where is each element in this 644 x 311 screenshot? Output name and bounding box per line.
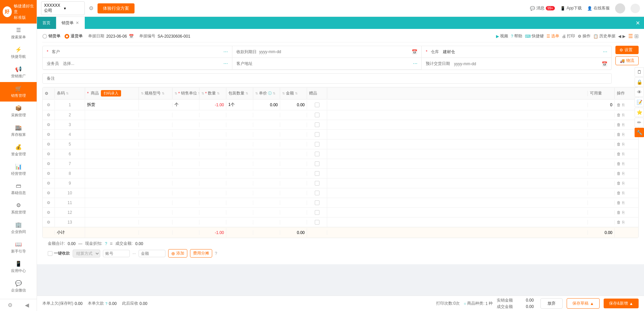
gift-checkbox-2[interactable] — [315, 122, 319, 127]
price-info-icon[interactable]: ⓘ — [268, 91, 272, 96]
row-delete-icon-0[interactable]: 🗑 — [617, 103, 621, 107]
row-delete-icon-7[interactable]: 🗑 — [617, 171, 621, 176]
save-new-button[interactable]: 保存&新增 ▲ — [604, 299, 639, 308]
row-delete-icon-1[interactable]: 🗑 — [617, 113, 621, 117]
tab-sales-order[interactable]: 销货单 ✕ — [56, 17, 85, 29]
row-note-9[interactable] — [327, 191, 588, 195]
gift-checkbox-8[interactable] — [315, 181, 319, 186]
rt-eye-icon[interactable]: 👁 — [635, 87, 644, 97]
debt-info-icon[interactable]: ? — [105, 302, 107, 306]
row-delete-icon-9[interactable]: 🗑 — [617, 191, 621, 195]
row-goods-9[interactable] — [85, 191, 139, 195]
row-price-2[interactable] — [253, 122, 280, 127]
notes-input[interactable] — [58, 76, 607, 81]
row-copy-icon-11[interactable]: ⎘ — [622, 210, 624, 215]
row-pkg-6[interactable] — [226, 161, 253, 166]
row-copy-icon-7[interactable]: ⎘ — [622, 171, 624, 176]
row-gear-4[interactable]: ⚙ — [43, 140, 55, 149]
row-delete-icon-8[interactable]: 🗑 — [617, 181, 621, 186]
row-price-7[interactable] — [253, 171, 280, 176]
row-goods-4[interactable] — [85, 142, 139, 147]
row-note-12[interactable] — [327, 220, 588, 225]
row-spec-5[interactable] — [139, 152, 173, 156]
row-gift-9[interactable] — [307, 188, 327, 198]
row-note-10[interactable] — [327, 200, 588, 205]
row-amount-5[interactable] — [280, 152, 307, 156]
row-qty-5[interactable] — [199, 152, 226, 156]
row-spec-7[interactable] — [139, 171, 173, 176]
row-gear-10[interactable]: ⚙ — [43, 198, 55, 207]
row-gift-0[interactable] — [307, 100, 327, 110]
row-gift-7[interactable] — [307, 169, 327, 178]
delivery-date-input[interactable] — [454, 62, 599, 66]
user-avatar[interactable] — [615, 3, 625, 13]
rt-edit-icon[interactable]: 📝 — [635, 98, 644, 107]
row-gear-0[interactable]: ⚙ — [43, 100, 55, 110]
row-price-10[interactable] — [253, 200, 280, 205]
row-copy-icon-8[interactable]: ⎘ — [622, 181, 624, 186]
radio-return-order[interactable]: 退货单 — [65, 33, 83, 39]
tab-close-icon[interactable]: ✕ — [76, 21, 79, 25]
row-unit-8[interactable] — [173, 181, 199, 186]
row-pkg-8[interactable] — [226, 181, 253, 186]
row-amount-11[interactable] — [280, 210, 307, 215]
row-gear-7[interactable]: ⚙ — [43, 169, 55, 178]
row-pkg-5[interactable] — [226, 152, 253, 156]
message-btn[interactable]: 💬 消息 99+ — [530, 5, 555, 11]
row-amount-9[interactable] — [280, 191, 307, 195]
row-unit-9[interactable] — [173, 191, 199, 195]
sidebar-item-快捷导航[interactable]: ⚡ 快捷导航 — [0, 43, 37, 63]
row-goods-11[interactable] — [85, 210, 139, 215]
select-btn[interactable]: ☰选单 — [546, 33, 559, 39]
settings-button[interactable]: ⚙ 设置 — [615, 46, 639, 54]
discard-button[interactable]: 放弃 — [540, 298, 563, 309]
row-goods-0[interactable]: 拆货 — [85, 100, 139, 110]
prev-record-icon[interactable]: ◀ — [618, 34, 621, 39]
row-spec-1[interactable] — [139, 113, 173, 117]
row-spec-0[interactable] — [139, 103, 173, 107]
logistics-button[interactable]: 🚚 物流 — [615, 56, 639, 65]
row-delete-icon-2[interactable]: 🗑 — [617, 122, 621, 127]
th-settings[interactable]: ⚙ — [43, 88, 55, 99]
row-gear-6[interactable]: ⚙ — [43, 159, 55, 168]
gift-checkbox-1[interactable] — [315, 113, 319, 117]
row-pkg-12[interactable] — [226, 220, 253, 225]
row-qty-2[interactable] — [199, 122, 226, 127]
row-gear-1[interactable]: ⚙ — [43, 110, 55, 120]
row-gift-6[interactable] — [307, 159, 327, 168]
row-qty-11[interactable] — [199, 210, 226, 215]
row-gear-5[interactable]: ⚙ — [43, 149, 55, 159]
radio-sales-order[interactable]: 销货单 — [42, 33, 61, 39]
sidebar-item-企业协同[interactable]: 🏢 企业协同 — [0, 218, 37, 238]
row-unit-3[interactable] — [173, 132, 199, 137]
sidebar-item-基础信息[interactable]: 🗃 基础信息 — [0, 180, 37, 199]
row-copy-icon-3[interactable]: ⎘ — [622, 132, 624, 137]
address-dots-icon[interactable]: ··· — [413, 61, 417, 67]
row-note-0[interactable] — [327, 103, 588, 107]
row-unit-1[interactable] — [173, 113, 199, 117]
row-copy-icon-5[interactable]: ⎘ — [622, 152, 624, 156]
row-gift-11[interactable] — [307, 208, 327, 217]
row-note-5[interactable] — [327, 152, 588, 156]
grid-view-icon[interactable]: ⊞ — [634, 33, 639, 39]
row-note-11[interactable] — [327, 210, 588, 215]
scan-button[interactable]: 扫码录入 — [101, 90, 121, 96]
row-spec-8[interactable] — [139, 181, 173, 186]
gift-checkbox-12[interactable] — [315, 220, 319, 225]
row-amount-3[interactable] — [280, 132, 307, 137]
row-copy-icon-2[interactable]: ⎘ — [622, 122, 624, 127]
row-gear-2[interactable]: ⚙ — [43, 120, 55, 129]
row-note-6[interactable] — [327, 161, 588, 166]
rt-lock-icon[interactable]: 🔒 — [635, 77, 644, 87]
row-copy-icon-0[interactable]: ⎘ — [622, 103, 624, 107]
row-delete-icon-10[interactable]: 🗑 — [617, 200, 621, 205]
sidebar-item-系统管理[interactable]: ⚙ 系统管理 — [0, 199, 37, 218]
row-note-2[interactable] — [327, 122, 588, 127]
row-spec-4[interactable] — [139, 142, 173, 147]
row-unit-7[interactable] — [173, 171, 199, 176]
salesperson-input[interactable] — [63, 61, 221, 66]
row-goods-2[interactable] — [85, 122, 139, 127]
salesperson-dots-icon[interactable]: ··· — [223, 61, 228, 67]
date-calendar-icon[interactable]: 📅 — [129, 34, 134, 39]
row-goods-10[interactable] — [85, 200, 139, 205]
